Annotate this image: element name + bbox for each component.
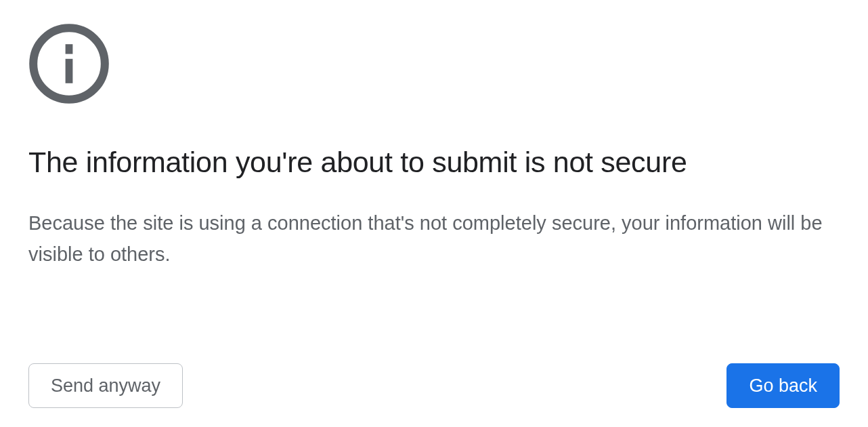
action-buttons: Send anyway Go back xyxy=(28,363,840,408)
warning-heading: The information you're about to submit i… xyxy=(28,145,840,180)
svg-rect-1 xyxy=(66,44,73,54)
svg-rect-2 xyxy=(66,59,73,83)
warning-icon-wrapper xyxy=(28,23,840,104)
warning-description: Because the site is using a connection t… xyxy=(28,207,827,270)
send-anyway-button[interactable]: Send anyway xyxy=(28,363,183,408)
info-icon xyxy=(28,23,840,104)
go-back-button[interactable]: Go back xyxy=(726,363,840,408)
